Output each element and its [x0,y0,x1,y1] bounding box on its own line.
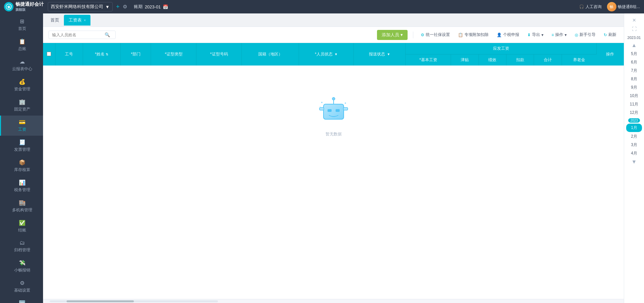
sidebar-item-fixed-assets[interactable]: 🏢 固定资产 [0,95,43,116]
sidebar-item-general-ledger[interactable]: 📋 总账 [0,35,43,55]
support-label: 人工咨询 [585,4,602,10]
sidebar-label-cloud-report: 云报表中心 [12,66,32,72]
status-filter-icon[interactable]: ▼ [334,52,338,56]
period-label: 账期 [134,4,143,10]
sidebar-item-home[interactable]: ⊞ 首页 [0,15,43,35]
settings-icon[interactable]: ⚙ [123,4,127,10]
tax-icon: 📊 [19,179,26,186]
month-item-9[interactable]: 9月 [624,83,644,92]
svg-rect-7 [319,107,324,110]
empty-row: 暂无数据 [43,66,624,164]
operations-dropdown-icon: ▾ [565,33,567,37]
sidebar-label-fund: 资金管理 [14,86,30,92]
add-person-label: 添加人员 [382,32,399,38]
sidebar-item-invoice[interactable]: 🧾 发票管理 [0,136,43,156]
month-item-6[interactable]: 6月 [624,58,644,67]
personal-tax-btn[interactable]: 👤 个税申报 [495,31,521,39]
add-button[interactable]: + [116,3,120,10]
tab-salary-table[interactable]: 工资表 × [64,15,90,26]
th-dept: *部门 [120,43,151,66]
period-calendar-icon[interactable]: 📅 [163,4,168,9]
year-2023-badge: 2023 [628,118,640,123]
refresh-btn[interactable]: ↻ 刷新 [602,31,618,39]
tab-home[interactable]: 首页 [46,15,64,26]
social-security-btn[interactable]: ⚙ 统一社保设置 [419,31,452,39]
sidebar-label-tax: 税务管理 [14,187,30,193]
operations-icon: ≡ [552,33,554,37]
table-scrollbar[interactable] [43,299,624,303]
tab-close-icon[interactable]: × [84,18,86,22]
special-deduct-label: 专项附加扣除 [464,32,489,38]
svg-rect-4 [336,109,340,112]
th-operations: 操作 [596,43,624,66]
user-info[interactable]: 畅 畅捷通B组... [607,2,640,11]
company-dropdown-icon[interactable]: ▼ [105,4,110,9]
svg-rect-2 [324,104,344,119]
month-item-7[interactable]: 7月 [624,67,644,75]
expense-icon: 💸 [19,260,26,266]
company-selector[interactable]: 西安虾米网络科技有限公司 ▼ [48,2,113,11]
month-item-5[interactable]: 5月 [624,50,644,58]
sidebar-item-tax[interactable]: 📊 税务管理 [0,176,43,196]
sidebar-item-expense[interactable]: 💸 小畅报销 [0,256,43,276]
support-btn[interactable]: 🎧 人工咨询 [579,4,602,10]
sidebar-item-cloud-report[interactable]: ☁ 云报表中心 [0,55,43,75]
month-item-4[interactable]: 4月 [624,149,644,158]
quick-guide-btn[interactable]: ◎ 新手引导 [573,31,598,39]
month-item-10[interactable]: 10月 [624,92,644,100]
th-performance: 绩效 [479,54,506,66]
export-btn[interactable]: ⬇ 导出 ▾ [525,31,545,39]
th-checkbox[interactable] [43,43,55,66]
search-area: 🔍 [48,31,116,39]
user-label: 畅捷通B组... [618,4,640,10]
sidebar-label-invoice: 发票管理 [14,147,30,153]
sidebar-item-salary[interactable]: 💳 工资 [0,116,43,136]
sidebar-item-fund[interactable]: 💰 资金管理 [0,75,43,95]
table-header-row-1: 工号 *姓名 ⇅ *部门 *证型类型 *证型号码 国籍（地区） *人员状态 [43,43,624,54]
th-id-no: *证型号码 [196,43,242,66]
social-security-label: 统一社保设置 [426,32,450,38]
operations-label: 操作 [555,32,563,38]
month-item-3[interactable]: 3月 [624,141,644,149]
empty-icon [317,92,350,126]
toolbar: 🔍 添加人员 ▾ ⚙ 统一社保设置 📋 专项附加扣除 [43,27,624,43]
sidebar-item-inventory[interactable]: 📦 库存核算 [0,156,43,176]
month-item-2[interactable]: 2月 [624,132,644,141]
personal-tax-label: 个税申报 [503,32,519,38]
panel-up-arrow[interactable]: ▲ [632,41,637,50]
sidebar-item-archive[interactable]: 🗂 归档管理 [0,236,43,256]
special-deduct-btn[interactable]: 📋 专项附加扣除 [456,31,491,39]
svg-point-6 [332,97,335,100]
report-filter-icon[interactable]: ▼ [387,52,390,56]
scrollbar-thumb[interactable] [67,300,134,302]
panel-down-arrow[interactable]: ▼ [632,158,637,166]
sidebar-item-multi-org[interactable]: 🏬 多机构管理 [0,196,43,216]
panel-expand-icon[interactable]: ⛶ [632,25,637,33]
month-item-1[interactable]: 1月 [626,124,642,132]
month-item-11[interactable]: 11月 [624,100,644,109]
operations-btn[interactable]: ≡ 操作 ▾ [550,31,569,39]
headset-icon: 🎧 [579,4,584,9]
month-item-12[interactable]: 12月 [624,109,644,117]
logo-text-block: 畅捷通好会计 旗舰版 [15,1,44,12]
home-icon: ⊞ [20,18,24,25]
sidebar-item-guide[interactable]: 🆕 新手引导 [0,297,43,303]
period-display: 账期 2023-01 📅 [134,4,168,10]
search-input[interactable] [52,33,103,37]
sidebar: ⊞ 首页 📋 总账 ☁ 云报表中心 💰 资金管理 🏢 固定资产 💳 工资 🧾 发… [0,13,43,303]
select-all-checkbox[interactable] [47,52,51,56]
content-area: 首页 工资表 × 🔍 添加人员 ▾ [43,13,624,303]
add-person-button[interactable]: 添加人员 ▾ [377,30,408,40]
app-name: 畅捷通好会计 [15,1,44,7]
svg-point-10 [345,102,346,104]
table-container: 工号 *姓名 ⇅ *部门 *证型类型 *证型号码 国籍（地区） *人员状态 [43,43,624,299]
multi-org-icon: 🏬 [19,200,26,206]
sort-icon[interactable]: ⇅ [106,52,108,56]
right-panel: ✕ ⛶ 2023.01 ▲ 5月 6月 7月 8月 9月 10月 11月 12月… [624,13,644,303]
sidebar-item-checkout[interactable]: ✅ 结账 [0,216,43,236]
month-item-8[interactable]: 8月 [624,75,644,83]
sidebar-item-basic-settings[interactable]: ⚙ 基础设置 [0,276,43,297]
panel-close-icon[interactable]: ✕ [632,16,636,24]
personal-tax-icon: 👤 [497,33,502,37]
add-dropdown-icon: ▾ [401,32,403,37]
